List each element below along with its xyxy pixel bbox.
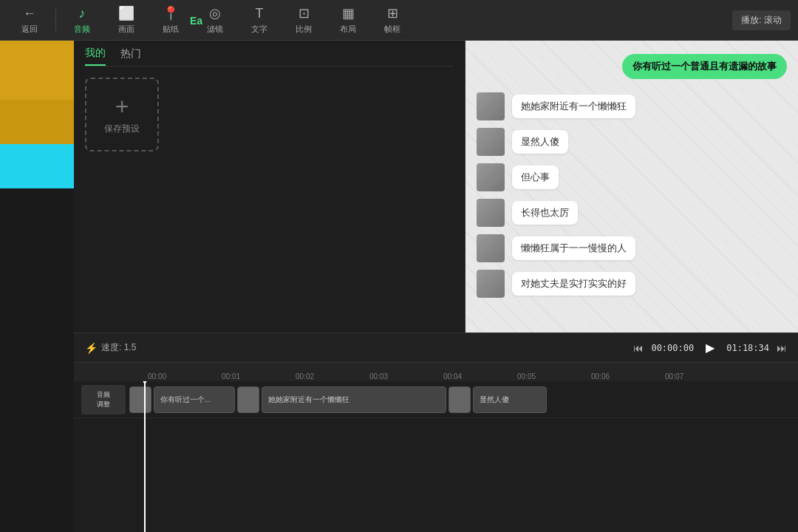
top-toolbar: ← 返回 ♪ 音频 ⬜ 画面 📍 贴纸 ◎ 滤镜 T 文字 ⊡ 比例 ▦ 布局 … bbox=[0, 0, 798, 41]
tab-row: 我的 热门 bbox=[74, 41, 465, 66]
clip[interactable]: 你有听过一个... bbox=[154, 386, 235, 413]
sticker-icon: 📍 bbox=[163, 5, 179, 21]
chat-list: 她她家附近有一个懒懒狂 显然人傻 但心事 长得也太厉 bbox=[466, 85, 798, 313]
chat-text: 对她丈夫是实打实实的好 bbox=[512, 272, 635, 296]
play-button[interactable]: ▶ bbox=[701, 339, 719, 357]
plus-icon: + bbox=[115, 95, 129, 118]
skip-forward-btn[interactable]: ⏭ bbox=[777, 342, 787, 354]
chat-text: 但心事 bbox=[512, 166, 559, 189]
ea-label: Ea bbox=[180, 0, 213, 41]
clip[interactable] bbox=[237, 386, 259, 413]
timeline-controls: ⚡ 速度: 1.5 ⏮ 00:00:00 ▶ 01:18:34 ⏭ bbox=[74, 333, 798, 363]
time-total: 01:18:34 bbox=[726, 343, 769, 353]
ruler-mark: 00:04 bbox=[443, 372, 462, 381]
green-bubble: 你有听过一个普通且有遗漏的故事 bbox=[622, 54, 787, 79]
tab-popular[interactable]: 热门 bbox=[120, 47, 141, 65]
skip-back-btn[interactable]: ⏮ bbox=[633, 342, 644, 354]
ratio-icon: ⊡ bbox=[299, 5, 310, 21]
toolbar-text[interactable]: T 文字 bbox=[237, 1, 282, 38]
color-block-yellow2 bbox=[0, 100, 74, 144]
layout-icon: ▦ bbox=[342, 5, 355, 21]
clip[interactable]: 她她家附近有一个懒懒狂 bbox=[262, 386, 446, 413]
avatar bbox=[477, 270, 505, 298]
ruler-mark: 00:01 bbox=[222, 372, 240, 381]
toolbar-layout[interactable]: ▦ 布局 bbox=[326, 1, 370, 38]
list-item: 对她丈夫是实打实实的好 bbox=[477, 270, 787, 298]
ruler-mark: 00:03 bbox=[369, 372, 388, 381]
list-item: 长得也太厉 bbox=[477, 199, 787, 227]
save-preset-btn[interactable]: + 保存预设 bbox=[85, 78, 159, 151]
tab-mine[interactable]: 我的 bbox=[85, 47, 106, 66]
timeline-tracks: 音频 调整 你有听过一个... 她她家附近有一个懒懒狂 显然人傻 bbox=[74, 381, 798, 532]
clip[interactable]: 显然人傻 bbox=[473, 386, 547, 413]
playback-mode-btn[interactable]: 播放: 滚动 bbox=[732, 10, 791, 30]
frame-icon: ⊞ bbox=[387, 5, 398, 21]
list-item: 显然人傻 bbox=[477, 128, 787, 156]
left-strip bbox=[0, 41, 74, 532]
toolbar-frame[interactable]: ⊞ 帧框 bbox=[370, 1, 415, 38]
clip[interactable] bbox=[449, 386, 471, 413]
audio-icon: ♪ bbox=[79, 6, 86, 21]
chat-text: 懒懒狂属于一一慢慢的人 bbox=[512, 236, 635, 260]
color-block-yellow bbox=[0, 41, 74, 100]
text-icon: T bbox=[256, 6, 264, 21]
list-item: 懒懒狂属于一一慢慢的人 bbox=[477, 234, 787, 262]
back-icon: ← bbox=[23, 6, 36, 21]
avatar bbox=[477, 199, 505, 227]
toolbar-audio[interactable]: ♪ 音频 bbox=[60, 1, 104, 38]
avatar bbox=[477, 234, 505, 262]
ruler-mark: 00:02 bbox=[296, 372, 314, 381]
chat-text: 长得也太厉 bbox=[512, 201, 578, 225]
toolbar-separator bbox=[55, 9, 56, 31]
playhead[interactable] bbox=[144, 381, 146, 532]
track-clips: 你有听过一个... 她她家附近有一个懒懒狂 显然人傻 bbox=[129, 385, 798, 415]
color-block-cyan bbox=[0, 144, 74, 188]
timeline-area: ⚡ 速度: 1.5 ⏮ 00:00:00 ▶ 01:18:34 ⏭ 00:00 … bbox=[74, 332, 798, 532]
avatar bbox=[477, 92, 505, 120]
time-controls: ⏮ 00:00:00 ▶ 01:18:34 ⏭ bbox=[633, 339, 787, 357]
toolbar-ratio[interactable]: ⊡ 比例 bbox=[282, 1, 326, 38]
toolbar-picture[interactable]: ⬜ 画面 bbox=[104, 1, 149, 38]
list-item: 她她家附近有一个懒懒狂 bbox=[477, 92, 787, 120]
toolbar-back[interactable]: ← 返回 bbox=[7, 1, 52, 38]
timeline-ruler: 00:00 00:01 00:02 00:03 00:04 00:05 00:0… bbox=[74, 363, 798, 381]
chat-text: 显然人傻 bbox=[512, 130, 568, 154]
picture-icon: ⬜ bbox=[118, 5, 134, 21]
color-block-dark bbox=[0, 188, 74, 532]
track-row: 音频 调整 你有听过一个... 她她家附近有一个懒懒狂 显然人傻 bbox=[74, 381, 798, 418]
avatar bbox=[477, 128, 505, 156]
lightning-icon: ⚡ bbox=[85, 342, 98, 354]
clip[interactable] bbox=[129, 386, 151, 413]
ruler-mark: 00:06 bbox=[591, 372, 610, 381]
track-label: 音频 调整 bbox=[81, 385, 126, 415]
chat-text: 她她家附近有一个懒懒狂 bbox=[512, 95, 635, 118]
ruler-mark: 00:05 bbox=[517, 372, 536, 381]
ruler-mark: 00:00 bbox=[148, 372, 166, 381]
time-current: 00:00:00 bbox=[651, 343, 694, 353]
list-item: 但心事 bbox=[477, 163, 787, 191]
ruler-mark: 00:07 bbox=[665, 372, 683, 381]
avatar bbox=[477, 163, 505, 191]
speed-indicator: ⚡ 速度: 1.5 bbox=[85, 341, 136, 354]
